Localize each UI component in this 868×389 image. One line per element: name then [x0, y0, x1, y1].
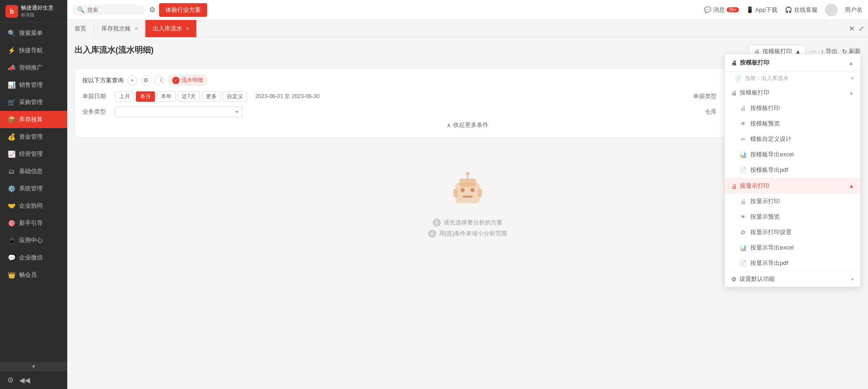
date-btn-上月[interactable]: 上月	[115, 91, 134, 102]
empty-tip1-text: 请先选择要分析的方案	[444, 219, 503, 227]
tag-label: 流水明细	[181, 76, 203, 84]
display-section-header[interactable]: 🖨 按显示打印 ▲	[725, 178, 860, 194]
sidebar-item-finance[interactable]: 💰资金管理	[0, 128, 67, 145]
doc-type-label: 单据类型	[693, 92, 717, 100]
nav-label-purchase: 采购管理	[19, 98, 43, 106]
sidebar-item-newbie[interactable]: 🎯新手引导	[0, 214, 67, 232]
tab-label-home: 首页	[75, 25, 86, 33]
sidebar-item-enterprise-wechat[interactable]: 💬企业微信	[0, 249, 67, 266]
app-title: 畅捷通好生意	[21, 5, 54, 12]
add-filter-btn[interactable]: +	[127, 75, 137, 85]
app-download-btn[interactable]: 📱 App下载	[746, 6, 778, 14]
display-print-settings-item[interactable]: ⚙ 按显示打印设置	[725, 224, 860, 240]
filter-label: 按以下方案查询	[82, 76, 124, 85]
message-badge: 99+	[727, 7, 739, 12]
template-section-label: 按模板打印	[740, 89, 769, 97]
sidebar-item-search-menu[interactable]: 🔍搜索菜单	[0, 25, 67, 42]
sidebar-scroll-down[interactable]: ▼	[0, 362, 67, 371]
date-btn-本月[interactable]: 本月	[136, 91, 155, 102]
message-icon: 💬	[704, 6, 711, 13]
date-btn-本年[interactable]: 本年	[157, 91, 176, 102]
settings-filter-btn[interactable]: ⚙	[141, 75, 151, 85]
defaults-section-header[interactable]: ⚙ 设置默认功能 ▾	[725, 271, 860, 287]
sidebar-item-business[interactable]: 📈经营管理	[0, 145, 67, 163]
nav-label-cooperation: 企业协同	[19, 202, 43, 210]
nav-icon-sales: 📊	[7, 81, 15, 89]
sidebar-item-vip[interactable]: 👑畅会员	[0, 266, 67, 284]
collapse-conditions-btn[interactable]: ∧ 收起更多条件	[441, 119, 494, 131]
display-print-item[interactable]: 🖨 按显示打印	[725, 194, 860, 209]
nav-label-sales: 销售管理	[19, 81, 43, 89]
app-logo-icon: b	[5, 5, 18, 18]
display-pdf-label: 按显示导出pdf	[750, 259, 788, 267]
tag-icon: ✓	[172, 77, 180, 84]
search-icon: 🔍	[77, 6, 85, 13]
search-input[interactable]	[87, 7, 137, 13]
nav-icon-basic: 🗂	[7, 167, 15, 175]
topbar-gear-icon[interactable]: ⚙	[149, 5, 155, 14]
online-service-label: 在线客服	[794, 6, 818, 14]
date-label: 单据日期	[82, 92, 110, 100]
dropdown-panel: 🖨 按模板打印 ▲ 📄 当前：出入库流水 ▾ 🖨 按模板打印 ▲	[724, 54, 861, 287]
defaults-section-label: 设置默认功能	[739, 275, 775, 283]
tabbar-right: ✕ ⤢	[849, 25, 868, 33]
tab-inout-flow[interactable]: 出入库流水×	[145, 20, 197, 37]
display-excel-item[interactable]: 📊 按显示导出excel	[725, 240, 860, 255]
defaults-section-chevron: ▾	[851, 276, 854, 282]
trial-btn[interactable]: 体验行业方案	[159, 3, 207, 17]
nav-label-vip: 畅会员	[19, 271, 37, 279]
date-btn-近7天[interactable]: 近7天	[178, 91, 200, 102]
topbar-search-box[interactable]: 🔍	[73, 5, 145, 15]
nav-icon-enterprise-wechat: 💬	[7, 254, 15, 262]
tab-close-batch-account[interactable]: ×	[135, 25, 138, 32]
message-btn[interactable]: 💬 消息 99+	[704, 6, 739, 14]
online-service-btn[interactable]: 🎧 在线客服	[785, 6, 818, 14]
sidebar-item-inventory[interactable]: 📦库存核算	[0, 111, 67, 128]
template-print-item[interactable]: 🖨 按模板打印	[725, 100, 860, 116]
nav-label-newbie: 新手引导	[19, 219, 43, 227]
template-section-header[interactable]: 🖨 按模板打印 ▲	[725, 85, 860, 100]
dropdown-close-chevron[interactable]: ▲	[848, 60, 854, 66]
business-type-input[interactable]: ▾	[115, 106, 242, 117]
tab-close-inout-flow[interactable]: ×	[186, 25, 189, 32]
warehouse-label: 仓库	[705, 108, 717, 116]
filter-tag[interactable]: ✓ 流水明细	[168, 75, 207, 85]
tabbar-close-btn[interactable]: ✕	[849, 25, 855, 33]
sidebar-settings-icon[interactable]: ⚙	[7, 376, 14, 384]
sidebar-item-app-center[interactable]: 📱应用中心	[0, 232, 67, 249]
display-print-icon: 🖨	[739, 198, 747, 205]
display-preview-item[interactable]: 👁 按显示预览	[725, 209, 860, 224]
nav-label-system: 系统管理	[19, 185, 43, 193]
template-excel-icon: 📊	[739, 151, 747, 158]
nav-icon-quick-nav: ⚡	[7, 46, 15, 55]
sidebar-collapse-icon[interactable]: ◀◀	[19, 376, 30, 384]
sidebar-item-system[interactable]: ⚙️系统管理	[0, 180, 67, 197]
display-settings-icon: ⚙	[739, 229, 747, 236]
date-btn-更多[interactable]: 更多	[202, 91, 221, 102]
headset-icon: 🎧	[785, 6, 792, 13]
sidebar-item-basic[interactable]: 🗂基础信息	[0, 163, 67, 180]
topbar: 🔍 ⚙ 体验行业方案 💬 消息 99+ 📱 App下载 🎧 在线客服 用户名	[67, 0, 868, 20]
tab-home[interactable]: 首页	[67, 20, 94, 37]
collapse-filter-btn[interactable]: 《	[155, 75, 165, 85]
template-preview-item[interactable]: 👁 按模板预览	[725, 116, 860, 131]
sidebar-item-cooperation[interactable]: 🤝企业协同	[0, 197, 67, 214]
tabbar-expand-btn[interactable]: ⤢	[858, 25, 864, 33]
template-customize-item[interactable]: ✏ 模板自定义设计	[725, 131, 860, 147]
sidebar-item-sales[interactable]: 📊销售管理	[0, 76, 67, 94]
nav-icon-system: ⚙️	[7, 185, 15, 193]
sidebar-item-purchase[interactable]: 🛒采购管理	[0, 94, 67, 111]
display-pdf-item[interactable]: 📄 按显示导出pdf	[725, 255, 860, 271]
tabbar: 首页库存批次账×出入库流水× ✕ ⤢	[67, 20, 868, 37]
tab-label-inout-flow: 出入库流水	[153, 25, 182, 33]
nav-label-search-menu: 搜索菜单	[19, 29, 43, 37]
sidebar-item-marketing[interactable]: 📣营销推广	[0, 59, 67, 76]
tab-batch-account[interactable]: 库存批次账×	[94, 20, 145, 37]
template-excel-item[interactable]: 📊 按模板导出excel	[725, 147, 860, 162]
sidebar-item-quick-nav[interactable]: ⚡快捷导航	[0, 42, 67, 59]
date-btn-自定义[interactable]: 自定义	[223, 91, 247, 102]
nav-label-app-center: 应用中心	[19, 236, 43, 244]
user-avatar[interactable]	[825, 4, 838, 16]
template-pdf-item[interactable]: 📄 按模板导出pdf	[725, 162, 860, 178]
empty-tip-2: ② 用[选]条件来缩小分析范围	[428, 229, 507, 238]
